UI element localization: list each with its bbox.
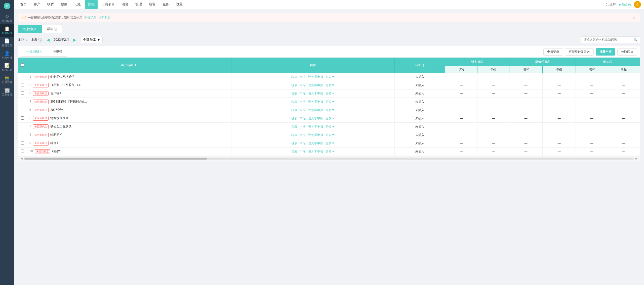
row-op-zero-9[interactable]: 设为零申报 (308, 150, 323, 153)
nav-item-经营[interactable]: 经营 (146, 0, 158, 9)
sidebar-item-0[interactable]: ⚙报税设置 (0, 12, 14, 24)
row-op-more-1[interactable]: 更多▼ (326, 83, 335, 87)
tab-zero-declare[interactable]: 零申报 (42, 25, 62, 33)
row-op-declare-3[interactable]: 申报 (300, 100, 306, 104)
row-add-fill-8: — (576, 139, 608, 148)
row-op-more-7[interactable]: 更多▼ (326, 133, 335, 137)
row-op-taxform-7[interactable]: 税表 (291, 133, 297, 137)
sidebar-item-2[interactable]: 📄报税总览 (0, 37, 14, 49)
fullscreen-button[interactable]: ⛶ 全屏 (606, 2, 616, 7)
nav-item-首页[interactable]: 首页 (17, 0, 30, 9)
row-op-declare-0[interactable]: 申报 (300, 75, 306, 79)
employee-select[interactable]: 全部员工 ▼ (81, 36, 103, 43)
nav-item-服务[interactable]: 服务 (159, 0, 172, 9)
row-op-declare-7[interactable]: 申报 (300, 133, 306, 137)
update-stats-button[interactable]: 更新统计及取数 (565, 48, 594, 56)
row-op-more-9[interactable]: 更多▼ (326, 150, 335, 153)
row-op-taxform-1[interactable]: 税表 (291, 83, 297, 87)
row-checkbox-0[interactable] (21, 75, 24, 78)
row-op-taxform-4[interactable]: 税表 (291, 108, 297, 112)
nav-item-工商项目[interactable]: 工商项目 (99, 0, 118, 9)
row-op-taxform-8[interactable]: 税表 (291, 141, 297, 145)
row-checkbox-4[interactable] (21, 108, 24, 111)
row-checkbox-cell-1 (18, 81, 27, 89)
row-op-more-8[interactable]: 更多▼ (326, 141, 335, 145)
row-checkbox-1[interactable] (21, 83, 24, 86)
row-vat-fill-4: — (509, 106, 543, 114)
row-op-zero-1[interactable]: 设为零申报 (308, 83, 323, 87)
row-op-taxform-5[interactable]: 税表 (291, 117, 297, 120)
row-checkbox-3[interactable] (21, 100, 24, 103)
row-op-zero-0[interactable]: 设为零申报 (308, 75, 323, 79)
sub-header-vat-fill: 填写 (509, 66, 543, 73)
nav-item-管理[interactable]: 管理 (132, 0, 145, 9)
collect-back-button[interactable]: 收取回执 (617, 48, 637, 56)
row-op-zero-3[interactable]: 设为零申报 (308, 100, 323, 104)
nav-item-记账[interactable]: 记账 (71, 0, 84, 9)
row-op-declare-8[interactable]: 申报 (300, 141, 306, 145)
row-op-declare-9[interactable]: 申报 (300, 150, 306, 153)
batch-declare-button[interactable]: 批量申报 (596, 48, 615, 56)
row-fin-dec-6: — (477, 123, 509, 131)
row-op-taxform-2[interactable]: 税表 (291, 92, 297, 95)
nav-item-消息[interactable]: 消息 (119, 0, 131, 9)
row-name-3: 2013日记账（不要删除哈... (50, 100, 87, 103)
row-op-zero-8[interactable]: 设为零申报 (308, 141, 323, 145)
date-prev-button[interactable]: ◀ (45, 37, 51, 43)
row-checkbox-2[interactable] (21, 91, 24, 95)
row-op-more-3[interactable]: 更多▼ (326, 100, 335, 104)
row-op-declare-2[interactable]: 申报 (300, 92, 306, 95)
sidebar-item-1[interactable]: 📋批量报税 (0, 24, 14, 37)
sidebar-item-5[interactable]: 🧮汇算清缴 (0, 74, 14, 86)
row-checkbox-5[interactable] (21, 116, 24, 120)
sidebar-item-4[interactable]: 📝报税记录 (0, 61, 14, 74)
row-op-more-4[interactable]: 更多▼ (326, 108, 335, 112)
tab-declare[interactable]: 税款申报 (18, 25, 42, 33)
row-op-declare-5[interactable]: 申报 (300, 117, 306, 120)
declare-record-button[interactable]: 申报记录 (543, 48, 563, 56)
row-op-more-6[interactable]: 更多▼ (326, 125, 335, 128)
select-all-checkbox[interactable] (21, 63, 24, 67)
row-op-taxform-6[interactable]: 税表 (291, 125, 297, 128)
tab-small-scale[interactable]: 小规模 (48, 47, 67, 56)
nav-item-客户[interactable]: 客户 (31, 0, 43, 9)
sidebar-item-3[interactable]: 👤个税申报 (0, 49, 14, 61)
row-op-taxform-3[interactable]: 税表 (291, 100, 297, 104)
region-value: 上海 i (31, 37, 42, 42)
row-op-zero-5[interactable]: 设为零申报 (308, 117, 323, 120)
date-next-button[interactable]: ▶ (72, 37, 78, 43)
row-op-declare-6[interactable]: 申报 (300, 125, 306, 128)
row-op-declare-1[interactable]: 申报 (300, 83, 306, 87)
user-avatar[interactable]: C (634, 1, 641, 8)
row-op-taxform-9[interactable]: 税表 (291, 150, 297, 153)
row-op-zero-7[interactable]: 设为零申报 (308, 133, 323, 137)
row-checkbox-7[interactable] (21, 133, 24, 136)
row-op-more-2[interactable]: 更多▼ (326, 92, 335, 95)
row-checkbox-6[interactable] (21, 125, 24, 128)
row-op-declare-4[interactable]: 申报 (300, 108, 306, 112)
region-info-icon[interactable]: i (38, 38, 42, 41)
search-input[interactable] (581, 37, 631, 43)
scroll-right-arrow[interactable]: ► (635, 157, 638, 160)
sidebar-item-6[interactable]: 🏢工商年报 (0, 86, 14, 98)
search-button[interactable]: 🔍 (631, 37, 640, 43)
declare-summary-link[interactable]: 申报汇总 (84, 16, 96, 20)
row-fin-dec-8: — (477, 139, 509, 148)
nav-item-设置[interactable]: 设置 (173, 0, 186, 9)
row-op-zero-6[interactable]: 设为零申报 (308, 125, 323, 128)
row-op-more-5[interactable]: 更多▼ (326, 117, 335, 120)
nav-item-票据[interactable]: 票据 (58, 0, 70, 9)
buy-now-link[interactable]: 立即购买 (98, 16, 110, 20)
row-op-zero-2[interactable]: 设为零申报 (308, 92, 323, 95)
row-checkbox-9[interactable] (21, 150, 24, 153)
nav-item-报税[interactable]: 报税 (85, 0, 98, 9)
upgrade-button[interactable]: ▶ 畅会员 (619, 2, 631, 7)
row-op-more-0[interactable]: 更多▼ (326, 75, 335, 79)
row-checkbox-8[interactable] (21, 141, 24, 145)
row-op-zero-4[interactable]: 设为零申报 (308, 108, 323, 112)
scroll-left-arrow[interactable]: ◄ (20, 157, 23, 160)
tab-general-taxpayer[interactable]: 一般纳税人 (21, 47, 48, 56)
notice-close-button[interactable]: ✕ (633, 16, 636, 20)
row-op-taxform-0[interactable]: 税表 (291, 75, 297, 79)
nav-item-收费[interactable]: 收费 (44, 0, 57, 9)
